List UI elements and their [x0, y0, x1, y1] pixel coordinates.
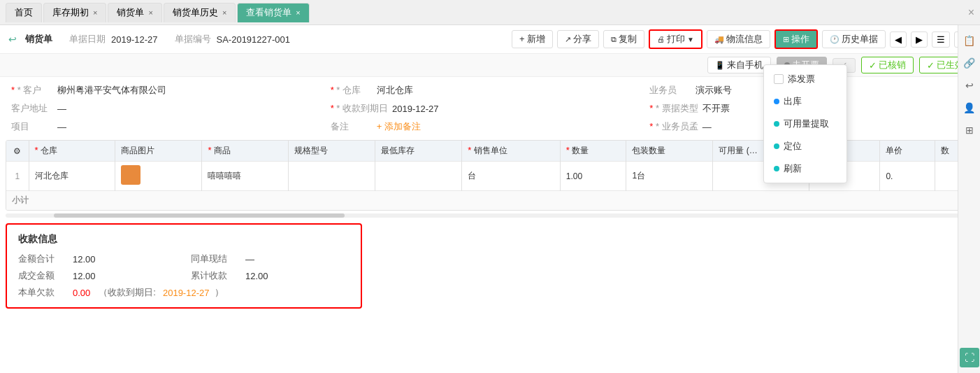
sidebar-icon-expand[interactable]: ⛶: [960, 348, 979, 367]
row-min-stock: [375, 162, 462, 191]
sidebar-icon-link[interactable]: 🔗: [960, 53, 979, 73]
dropdown-item-invoice[interactable]: 添发票: [764, 68, 846, 90]
payment-title: 收款信息: [18, 233, 350, 246]
customer-value: 柳州粤港平安气体有限公司: [57, 84, 166, 97]
staff-label: 业务员: [649, 84, 691, 97]
date-value: 2019-12-27: [111, 34, 158, 45]
cumulative-label: 累计收款: [191, 269, 240, 282]
col-unit-price: 单价: [880, 141, 935, 162]
history-button[interactable]: 🕐 历史单据: [822, 30, 886, 48]
window-close-button[interactable]: ×: [968, 6, 974, 19]
ticket-type-value: 不开票: [702, 102, 730, 115]
tab-view-sales[interactable]: 查看销货单 ×: [237, 3, 309, 22]
col-gear: ⚙: [6, 141, 29, 162]
sidebar-icon-grid[interactable]: ⊞: [960, 120, 979, 140]
col-pack-qty: 包装数量: [626, 141, 713, 162]
subtotal-label: 小计: [6, 191, 974, 211]
dropdown-item-outbound[interactable]: 出库: [764, 90, 846, 113]
deal-value: 12.00: [73, 271, 96, 281]
project-label: 项目: [11, 120, 53, 133]
customer-label: * 客户: [11, 84, 53, 97]
payment-grid: 金额合计 12.00 同单现结 — 成交金额 12.00 累计收款 12.00 …: [18, 253, 350, 299]
available-dot: [774, 121, 779, 127]
remark-field: 备注 + 添加备注: [331, 120, 650, 133]
owe-value: 0.00: [73, 288, 90, 298]
right-sidebar: 📋 🔗 ↩ 👤 ⊞ ⛶: [958, 25, 980, 373]
row-product: 嘻嘻嘻嘻: [202, 162, 289, 191]
no-value: SA-20191227-001: [217, 34, 291, 45]
tab-sales-history[interactable]: 销货单历史 ×: [164, 3, 236, 22]
date-label: 单据日期: [69, 33, 106, 45]
deal-row: 成交金额 12.00: [18, 269, 177, 282]
doc-meta: 单据日期 2019-12-27 单据编号 SA-20191227-001: [69, 33, 506, 45]
row-warehouse: 河北仓库: [29, 162, 115, 191]
col-warehouse: * 仓库: [29, 141, 115, 162]
row-spec: [289, 162, 375, 191]
dropdown-item-refresh[interactable]: 刷新: [764, 157, 846, 180]
project-field: 项目 —: [11, 120, 331, 133]
col-product: * 商品: [202, 141, 289, 162]
total-label: 金额合计: [18, 253, 67, 265]
logistics-button[interactable]: 🚚 物流信息: [707, 30, 770, 48]
tab-close-inventory[interactable]: ×: [93, 8, 97, 17]
sold-button[interactable]: ✓ 已核销: [861, 57, 914, 73]
operate-dropdown: 添发票 出库 可用量提取 定位 刷新: [763, 64, 847, 183]
owe-row: 本单欠款 0.00 （收款到期日: 2019-12-27 ）: [18, 286, 350, 299]
owe-close: ）: [215, 286, 224, 299]
new-button[interactable]: + 新增: [512, 30, 553, 48]
add-remark-button[interactable]: + 添加备注: [377, 120, 421, 133]
copy-button[interactable]: ⧉ 复制: [603, 30, 644, 48]
operate-button[interactable]: ⊞ 操作: [774, 29, 818, 49]
toolbar: ↩ 销货单 单据日期 2019-12-27 单据编号 SA-20191227-0…: [0, 25, 980, 54]
owe-label: 本单欠款: [18, 286, 67, 299]
from-mobile-button[interactable]: 📱 来自手机: [707, 57, 771, 73]
horizontal-scrollbar[interactable]: [6, 213, 974, 218]
row-unit-price: 0.: [880, 162, 935, 191]
address-label: 客户地址: [11, 102, 53, 115]
tab-home[interactable]: 首页: [6, 3, 42, 22]
tab-close-history[interactable]: ×: [222, 8, 226, 17]
sales-meng-label: * 业务员孟: [649, 120, 698, 133]
cumulative-value: 12.00: [245, 271, 268, 281]
dropdown-item-available[interactable]: 可用量提取: [764, 113, 846, 135]
tab-sales-order[interactable]: 销货单 ×: [108, 3, 161, 22]
tab-inventory-initial[interactable]: 库存期初 ×: [43, 3, 106, 22]
warehouse-label: * 仓库: [331, 84, 373, 97]
deal-label: 成交金额: [18, 269, 67, 282]
invoice-label: 添发票: [788, 73, 815, 85]
invoice-icon: [774, 74, 784, 84]
owe-note: （收款到期日:: [99, 286, 156, 299]
row-pack-qty: 1台: [626, 162, 713, 191]
outbound-label: 出库: [784, 95, 802, 108]
row-unit: 台: [462, 162, 560, 191]
sidebar-icon-user[interactable]: 👤: [960, 98, 979, 118]
customer-field: * 客户 柳州粤港平安气体有限公司: [11, 84, 331, 97]
address-value: —: [57, 104, 66, 114]
sidebar-icon-return[interactable]: ↩: [960, 76, 979, 95]
total-value: 12.00: [73, 254, 96, 265]
address-field: 客户地址 —: [11, 102, 331, 115]
total-row: 金额合计 12.00: [18, 253, 177, 265]
next-button[interactable]: ▶: [911, 31, 928, 48]
refresh-label: 刷新: [784, 162, 802, 175]
print-button[interactable]: 🖨 打印 ▼: [649, 29, 702, 49]
dropdown-item-locate[interactable]: 定位: [764, 135, 846, 157]
toolbar-actions: + 新增 ↗ 分享 ⧉ 复制 🖨 打印 ▼ 🚚 物流信息 ⊞ 操作: [512, 29, 972, 49]
sidebar-icon-doc[interactable]: 📋: [960, 31, 979, 50]
list-view-button[interactable]: ☰: [932, 31, 950, 48]
tab-close-view[interactable]: ×: [296, 8, 300, 17]
row-number: 1: [6, 162, 29, 191]
row-image: [115, 162, 202, 191]
scroll-thumb[interactable]: [54, 213, 345, 218]
share-button[interactable]: ↗ 分享: [557, 30, 599, 48]
owe-date: 2019-12-27: [163, 288, 210, 298]
project-value: —: [57, 122, 66, 132]
staff-value: 演示账号: [696, 84, 732, 97]
same-order-row: 同单现结 —: [191, 253, 350, 265]
doc-title: 销货单: [25, 33, 52, 45]
warehouse-field: * 仓库 河北仓库: [331, 84, 650, 97]
prev-button[interactable]: ◀: [890, 31, 907, 48]
same-order-value: —: [245, 254, 254, 265]
refresh-dot: [774, 166, 779, 171]
tab-close-sales[interactable]: ×: [148, 8, 152, 17]
